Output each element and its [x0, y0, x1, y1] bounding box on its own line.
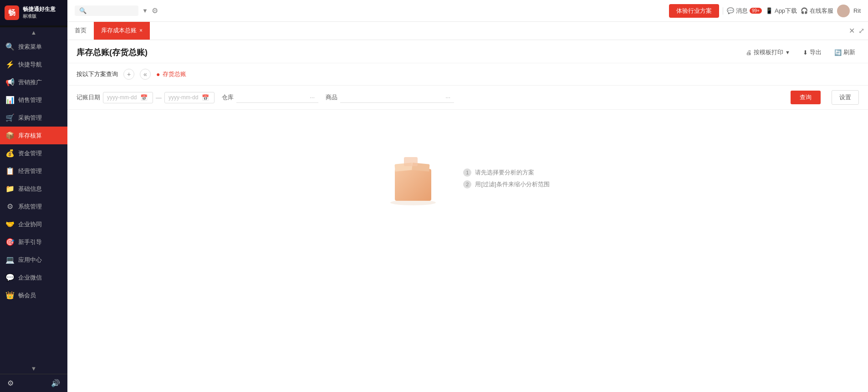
sidebar-item-inventory[interactable]: 📦 库存核算 [0, 127, 67, 144]
tab-home[interactable]: 首页 [67, 22, 94, 40]
sidebar-item-operations[interactable]: 📋 经营管理 [0, 162, 67, 180]
filter-bar: 按以下方案查询 + « ● 存货总账 [67, 63, 868, 86]
sidebar-item-search[interactable]: 🔍 搜索菜单 [0, 38, 67, 56]
empty-step-1: 1 请先选择要分析的方案 [463, 168, 549, 177]
sound-icon[interactable]: 🔊 [51, 379, 60, 387]
sidebar-item-basics[interactable]: 📁 基础信息 [0, 180, 67, 198]
goods-label: 商品 [326, 93, 337, 102]
sidebar-scroll-up[interactable]: ▲ [0, 27, 67, 38]
settings-icon[interactable]: ⚙ [7, 379, 14, 387]
sidebar-item-label: 销售管理 [18, 96, 42, 104]
flash-icon: ⚡ [5, 60, 15, 69]
warehouse-label: 仓库 [222, 93, 234, 102]
sidebar-item-label: 新手引导 [18, 238, 42, 246]
sidebar-item-label: 基础信息 [18, 185, 42, 193]
sidebar-item-label: 采购管理 [18, 114, 42, 122]
online-service-action[interactable]: 🎧 在线客服 [801, 7, 833, 15]
sidebar-item-label: 库存核算 [18, 132, 42, 140]
messages-badge: 99+ [750, 8, 762, 14]
settings-button[interactable]: 设置 [832, 90, 859, 105]
sidebar-item-label: 企业协同 [18, 220, 42, 229]
page-title: 库存总账(存货总账) [77, 47, 148, 58]
print-dropdown-icon: ▼ [785, 50, 790, 55]
small-box [404, 157, 418, 166]
finance-icon: 💰 [5, 149, 15, 158]
page-header: 库存总账(存货总账) 🖨 按模板打印 ▼ ⬇ 导出 🔄 刷新 [67, 40, 868, 63]
date-start-input[interactable]: yyyy-mm-dd 📅 [103, 92, 153, 103]
marketing-icon: 📢 [5, 78, 15, 87]
sidebar-item-label: 企业微信 [18, 274, 42, 282]
sidebar-item-label: 经营管理 [18, 167, 42, 175]
app-download-action[interactable]: 📱 App下载 [766, 7, 797, 15]
messages-action[interactable]: 💬 消息 99+ [727, 7, 762, 15]
date-label: 记账日期 [77, 93, 100, 102]
membership-icon: 👑 [5, 291, 15, 300]
filter-add-btn[interactable]: + [123, 69, 134, 80]
app-logo: 畅 畅捷通好生意 标准版 [0, 0, 67, 25]
sidebar-scroll-down[interactable]: ▼ [0, 363, 67, 374]
wechat-icon: 💬 [5, 273, 15, 282]
logo-icon: 畅 [5, 5, 19, 20]
tab-inventory-ledger[interactable]: 库存成本总账 × [94, 22, 150, 40]
scheme-name: 存货总账 [163, 70, 186, 78]
app-subtitle: 标准版 [23, 13, 56, 20]
filter-collapse-btn[interactable]: « [140, 69, 151, 80]
calendar-icon[interactable]: 📅 [140, 94, 148, 101]
user-avatar[interactable] [837, 5, 850, 17]
sidebar-item-label: 搜索菜单 [18, 43, 42, 51]
export-icon: ⬇ [803, 49, 808, 56]
sidebar-item-finance[interactable]: 💰 资金管理 [0, 144, 67, 162]
tab-expand-btn[interactable]: ⤢ [858, 26, 864, 35]
headset-icon: 🎧 [801, 7, 808, 14]
filter-scheme[interactable]: ● 存货总账 [156, 70, 186, 78]
export-btn[interactable]: ⬇ 导出 [799, 46, 825, 58]
tab-close-icon[interactable]: × [139, 27, 143, 34]
goods-filter-field: 商品 ··· [326, 92, 454, 103]
sidebar-item-newbie[interactable]: 🎯 新手引导 [0, 233, 67, 251]
sidebar-item-enterprise[interactable]: 🤝 企业协同 [0, 215, 67, 233]
sidebar-item-membership[interactable]: 👑 畅会员 [0, 286, 67, 304]
search-icon: 🔍 [5, 42, 15, 51]
basics-icon: 📁 [5, 184, 15, 193]
user-name[interactable]: Rit [853, 7, 861, 14]
date-end-input[interactable]: yyyy-mm-dd 📅 [164, 92, 214, 103]
print-icon: 🖨 [746, 49, 752, 56]
sidebar-item-marketing[interactable]: 📢 营销推广 [0, 73, 67, 91]
newbie-icon: 🎯 [5, 238, 15, 246]
step-2-text: 用[过滤]条件来缩小分析范围 [475, 180, 549, 188]
sidebar-item-label: 应用中心 [18, 256, 42, 264]
sidebar-item-appstore[interactable]: 💻 应用中心 [0, 251, 67, 269]
inventory-icon: 📦 [5, 131, 15, 140]
date-filter-field: 记账日期 yyyy-mm-dd 📅 — yyyy-mm-dd 📅 [77, 92, 214, 103]
sidebar-item-label: 畅会员 [18, 291, 36, 300]
online-service-label: 在线客服 [810, 7, 833, 15]
print-btn[interactable]: 🖨 按模板打印 ▼ [742, 46, 794, 58]
sidebar-item-quick-nav[interactable]: ⚡ 快捷导航 [0, 56, 67, 73]
sidebar-item-purchase[interactable]: 🛒 采购管理 [0, 109, 67, 127]
print-label: 按模板打印 [754, 48, 783, 56]
search-button[interactable]: 查询 [791, 91, 821, 104]
system-icon: ⚙ [5, 202, 15, 211]
step-1-text: 请先选择要分析的方案 [475, 168, 534, 177]
calendar-icon-end[interactable]: 📅 [202, 94, 209, 101]
appstore-icon: 💻 [5, 255, 15, 264]
tab-label: 库存成本总账 [101, 26, 137, 35]
sidebar-item-wechat[interactable]: 💬 企业微信 [0, 269, 67, 286]
goods-more-icon[interactable]: ··· [445, 94, 450, 101]
export-label: 导出 [810, 48, 822, 56]
filter-row: 记账日期 yyyy-mm-dd 📅 — yyyy-mm-dd 📅 仓库 [67, 86, 868, 110]
sidebar-item-system[interactable]: ⚙ 系统管理 [0, 198, 67, 215]
operations-icon: 📋 [5, 167, 15, 175]
warehouse-select[interactable]: ··· [236, 92, 318, 103]
topbar-dropdown-icon[interactable]: ▼ [142, 7, 148, 14]
warehouse-more-icon[interactable]: ··· [310, 94, 315, 101]
date-end-placeholder: yyyy-mm-dd [168, 94, 198, 101]
topbar-settings-icon[interactable]: ⚙ [152, 6, 158, 15]
refresh-btn[interactable]: 🔄 刷新 [831, 46, 859, 58]
topbar-search-box[interactable]: 🔍 [75, 5, 138, 16]
tab-close-all-btn[interactable]: ✕ [849, 26, 855, 35]
sidebar-item-sales[interactable]: 📊 销售管理 [0, 91, 67, 109]
goods-select[interactable]: ··· [340, 92, 454, 103]
tab-home-label: 首页 [75, 26, 87, 35]
industry-btn[interactable]: 体验行业方案 [669, 4, 719, 18]
